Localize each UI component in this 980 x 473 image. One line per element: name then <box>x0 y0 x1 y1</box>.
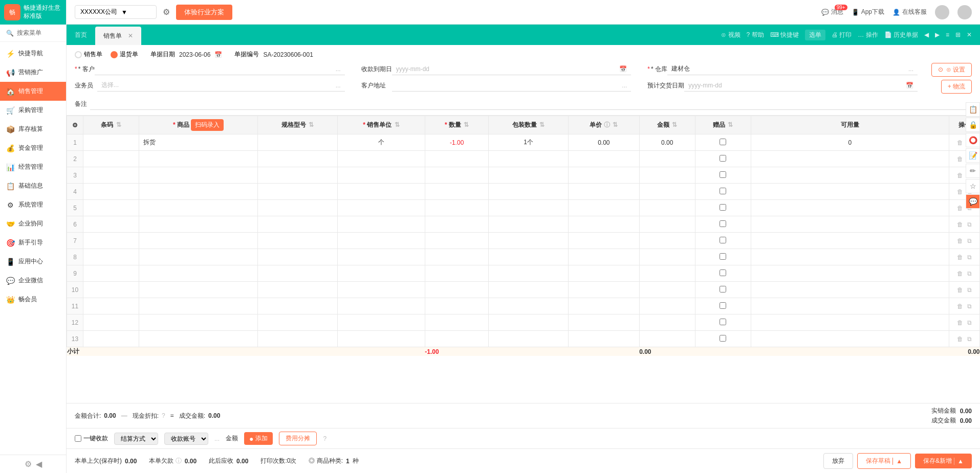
cell-qty[interactable] <box>425 184 489 200</box>
cell-pkg-qty[interactable] <box>489 314 569 331</box>
expected-date-input[interactable]: yyyy-mm-dd 📅 <box>684 79 918 92</box>
cell-amount[interactable] <box>639 200 695 216</box>
sidebar-item-finance[interactable]: 💰 资金管理 <box>0 139 66 157</box>
cell-pkg-qty[interactable]: 1个 <box>489 134 569 151</box>
cell-gift[interactable] <box>695 167 751 184</box>
cell-price[interactable] <box>568 331 639 347</box>
cell-spec[interactable] <box>258 167 338 184</box>
cell-unit[interactable] <box>337 184 425 200</box>
copy-row-btn[interactable]: ⧉ <box>967 270 972 277</box>
cell-barcode[interactable] <box>83 216 139 233</box>
cell-unit[interactable] <box>337 151 425 167</box>
float-btn-7[interactable]: 💬 <box>966 194 980 209</box>
cell-qty[interactable] <box>425 282 489 298</box>
cell-barcode[interactable] <box>83 314 139 331</box>
cell-gift[interactable] <box>695 216 751 233</box>
cell-amount[interactable] <box>639 151 695 167</box>
messages-btn[interactable]: 💬 消息 99+ <box>821 8 843 16</box>
copy-row-btn[interactable]: ⧉ <box>967 286 972 294</box>
cell-pkg-qty[interactable] <box>489 151 569 167</box>
discard-btn[interactable]: 放弃 <box>823 453 853 469</box>
tab-sales-order[interactable]: 销售单 ✕ <box>95 27 141 45</box>
video-link[interactable]: ⊙ 视频 <box>721 31 740 39</box>
cell-unit[interactable] <box>337 233 425 249</box>
cell-product[interactable] <box>139 233 258 249</box>
cell-unit[interactable] <box>337 282 425 298</box>
cell-pkg-qty[interactable] <box>489 216 569 233</box>
cell-barcode[interactable] <box>83 249 139 265</box>
cell-gift[interactable] <box>695 200 751 216</box>
delete-row-btn[interactable]: 🗑 <box>957 188 963 195</box>
cell-barcode[interactable] <box>83 167 139 184</box>
cell-amount[interactable] <box>639 184 695 200</box>
cell-spec[interactable] <box>258 184 338 200</box>
cell-product[interactable] <box>139 216 258 233</box>
calc-method-select[interactable]: 结算方式 <box>114 433 158 445</box>
operation-link[interactable]: … 操作 <box>858 31 878 39</box>
cell-gift[interactable] <box>695 184 751 200</box>
sidebar-settings-btn[interactable]: ⚙ <box>25 459 32 469</box>
cell-spec[interactable] <box>258 282 338 298</box>
cell-barcode[interactable] <box>83 331 139 347</box>
save-new-btn[interactable]: 保存&新增 ▲ <box>915 454 972 468</box>
cell-pkg-qty[interactable] <box>489 282 569 298</box>
print-link[interactable]: 🖨 打印 <box>832 31 852 39</box>
cell-pkg-qty[interactable] <box>489 200 569 216</box>
cell-unit[interactable] <box>337 331 425 347</box>
cell-product[interactable] <box>139 167 258 184</box>
cell-qty[interactable] <box>425 298 489 314</box>
sidebar-item-wechat[interactable]: 💬 企业微信 <box>0 271 66 290</box>
cell-barcode[interactable] <box>83 282 139 298</box>
cell-product[interactable] <box>139 314 258 331</box>
cell-spec[interactable] <box>258 151 338 167</box>
float-btn-2[interactable]: 🔒 <box>966 118 980 132</box>
cell-pkg-qty[interactable] <box>489 249 569 265</box>
cell-product[interactable] <box>139 184 258 200</box>
save-draft-chevron[interactable]: ▲ <box>892 458 902 465</box>
delete-row-btn[interactable]: 🗑 <box>957 286 963 294</box>
cell-unit[interactable] <box>337 216 425 233</box>
shortcut-link[interactable]: ⌨ 快捷键 <box>770 31 799 39</box>
one-click-checkbox[interactable] <box>75 435 81 442</box>
copy-row-btn[interactable]: ⧉ <box>967 254 972 261</box>
account-select[interactable]: 收款账号 <box>164 433 208 445</box>
float-btn-3[interactable]: ⭕ <box>966 133 980 147</box>
cell-product[interactable] <box>139 265 258 282</box>
view-grid-btn[interactable]: ⊞ <box>955 31 961 38</box>
cell-product[interactable] <box>139 151 258 167</box>
cell-spec[interactable] <box>258 134 338 151</box>
sidebar-item-quick-nav[interactable]: ⚡ 快捷导航 <box>0 44 66 63</box>
cell-unit[interactable] <box>337 314 425 331</box>
cell-price[interactable] <box>568 249 639 265</box>
delete-row-btn[interactable]: 🗑 <box>957 335 963 343</box>
cell-price[interactable] <box>568 265 639 282</box>
cell-spec[interactable] <box>258 200 338 216</box>
radio-return[interactable]: 退货单 <box>111 50 138 59</box>
float-btn-5[interactable]: ✏ <box>966 164 980 178</box>
float-btn-4[interactable]: 📝 <box>966 148 980 163</box>
cell-amount[interactable] <box>639 314 695 331</box>
cell-qty[interactable] <box>425 249 489 265</box>
cell-qty[interactable] <box>425 233 489 249</box>
cell-amount[interactable]: 0.00 <box>639 134 695 151</box>
cell-barcode[interactable] <box>83 200 139 216</box>
cell-gift[interactable] <box>695 134 751 151</box>
prev-record-btn[interactable]: ◀ <box>924 31 929 38</box>
tab-close-icon[interactable]: ✕ <box>128 32 133 39</box>
cell-qty[interactable] <box>425 151 489 167</box>
trial-btn[interactable]: 体验行业方案 <box>176 5 232 20</box>
save-draft-btn[interactable]: 保存草稿 ▲ <box>857 453 911 469</box>
copy-row-btn[interactable]: ⧉ <box>967 319 972 326</box>
cell-product[interactable]: 拆货 <box>139 134 258 151</box>
cell-pkg-qty[interactable] <box>489 265 569 282</box>
cell-qty[interactable]: -1.00 <box>425 134 489 151</box>
history-link[interactable]: 📄 历史单据 <box>884 31 918 39</box>
delete-row-btn[interactable]: 🗑 <box>957 237 963 244</box>
cell-pkg-qty[interactable] <box>489 233 569 249</box>
tab-home[interactable]: 首页 <box>67 25 95 45</box>
cell-amount[interactable] <box>639 331 695 347</box>
cell-unit[interactable] <box>337 265 425 282</box>
select-order-btn[interactable]: 选单 <box>805 30 825 40</box>
copy-row-btn[interactable]: ⧉ <box>967 221 972 228</box>
logistics-btn[interactable]: + 物流 <box>941 80 972 94</box>
